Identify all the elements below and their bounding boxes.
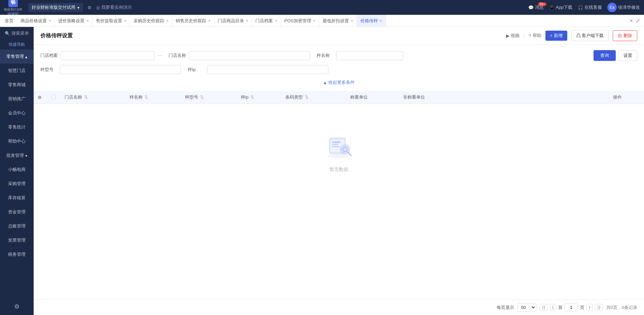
sidebar-item-small-ecomm[interactable]: 小畅电商 (0, 163, 34, 177)
tab-store-archive[interactable]: 门店档案 × (252, 15, 281, 27)
data-table: ⚙ 门店名称 ⇅ 秤名称 ⇅ 秤型号 (34, 91, 644, 200)
tab-home[interactable]: 首页 (1, 15, 17, 27)
sort-scale-ip-icon[interactable]: ⇅ (250, 95, 254, 100)
message-icon: 💬 (528, 5, 534, 10)
sort-scale-model-icon[interactable]: ⇅ (200, 95, 204, 100)
sidebar-item-marketing[interactable]: 营销推广 (0, 92, 34, 106)
tab-label: 最低折扣设置 (323, 18, 349, 24)
sidebar-item-general-ledger[interactable]: 总账管理 (0, 219, 34, 233)
sidebar-item-label: 税务管理 (8, 251, 26, 257)
th-settings[interactable]: ⚙ (34, 91, 47, 104)
version-dropdown[interactable]: 好业财标准版交付试用 (28, 3, 83, 12)
store-name-input[interactable] (189, 51, 310, 60)
maximize-tab-icon[interactable]: ⤢ (636, 18, 640, 24)
sidebar-item-retail-stats[interactable]: 零售统计 (0, 120, 34, 134)
tab-min-discount[interactable]: 最低折扣设置 × (319, 15, 357, 27)
tab-goods-price[interactable]: 商品价格设置 × (17, 15, 55, 27)
delete-button[interactable]: 自 删除 (613, 30, 637, 41)
tab-selling-price[interactable]: 售价提取设置 × (93, 15, 130, 27)
tab-store-catalog[interactable]: 门店商品目录 × (214, 15, 252, 27)
sidebar-item-label: 帮助中心 (8, 138, 26, 144)
th-weight-unit: 称重单位 (346, 91, 399, 104)
tab-bar-right: × ⤢ (627, 18, 643, 24)
tab-label: 商品价格设置 (21, 18, 47, 24)
tab-purchase-history[interactable]: 采购历史价跟踪 × (130, 15, 172, 27)
demo-button[interactable]: ◎ 我要看实例演示 (96, 4, 132, 10)
tab-price-scale[interactable]: 价格传秤 × (357, 15, 386, 27)
sidebar-item-finance[interactable]: 资金管理 (0, 205, 34, 219)
tab-close-icon[interactable]: × (208, 19, 211, 23)
page-number-input[interactable] (565, 304, 578, 311)
sidebar-item-retail-mall[interactable]: 零售商城 (0, 78, 34, 92)
sidebar-item-label: 发票管理 (8, 237, 26, 243)
th-check[interactable] (47, 91, 61, 104)
sort-scale-name-icon[interactable]: ⇅ (144, 95, 148, 100)
settings-filter-button[interactable]: 设置 (618, 50, 637, 61)
sidebar-gear-icon[interactable]: ⚙ (0, 298, 34, 315)
page-label: 算 (558, 305, 563, 311)
tab-close-icon[interactable]: × (124, 19, 127, 23)
next-page-button[interactable]: ⟩ (586, 304, 593, 311)
sort-store-name-icon[interactable]: ⇅ (84, 95, 88, 100)
sidebar-search[interactable]: 🔍 搜索菜单 (0, 27, 34, 40)
scale-name-input[interactable] (336, 51, 403, 60)
dropdown-label: 好业财标准版交付试用 (32, 4, 75, 10)
headset-icon: 🎧 (578, 5, 583, 10)
download-client-button[interactable]: 凸 客户端下载 (571, 30, 609, 41)
tab-close-icon[interactable]: × (351, 19, 353, 23)
header-divider: | (524, 33, 525, 38)
sidebar-item-label: 小畅电商 (8, 167, 26, 173)
sidebar-item-wholesale-mgmt[interactable]: 批发管理 (0, 148, 34, 163)
user-action[interactable]: Ea 徐泽华修改 (607, 3, 640, 12)
tab-close-icon[interactable]: × (275, 19, 277, 23)
sidebar-item-inventory[interactable]: 库存核算 (0, 191, 34, 205)
sort-barcode-type-icon[interactable]: ⇅ (305, 95, 309, 100)
store-archive-input[interactable] (61, 51, 155, 60)
tab-purchase-strategy[interactable]: 进价策略设置 × (55, 15, 93, 27)
message-action[interactable]: 💬 消息 99+ (528, 4, 544, 10)
query-button[interactable]: 查询 (594, 50, 616, 61)
add-button[interactable]: + 新增 (545, 31, 567, 41)
store-archive-dots-btn[interactable]: ··· (157, 53, 162, 59)
sidebar-item-smart-store[interactable]: 智慧门店 (0, 64, 34, 78)
tab-close-icon[interactable]: × (49, 19, 51, 23)
scale-model-input[interactable] (60, 65, 181, 74)
scale-ip-input[interactable] (207, 65, 328, 74)
page-size-select[interactable]: 50 10 20 100 (517, 303, 536, 312)
last-page-button[interactable]: ⟩⟩ (595, 304, 603, 311)
svg-rect-5 (332, 146, 339, 147)
sidebar-nav-label[interactable]: 快捷导航 (0, 40, 34, 49)
help-link[interactable]: ? 帮助 (529, 33, 541, 39)
tab-close-icon[interactable]: × (380, 19, 382, 23)
online-service-action[interactable]: 🎧 在线客服 (578, 4, 602, 10)
app-download-action[interactable]: 📱 App下载 (549, 4, 572, 10)
tab-close-icon[interactable]: × (313, 19, 316, 23)
tab-pos-mgmt[interactable]: POS加密管理 × (281, 15, 319, 27)
store-name-label: 门店名称 (169, 53, 186, 59)
tab-label: 销售历史价跟踪 (176, 18, 206, 24)
content-area: 价格传秤设置 ▶ 视频 | ? 帮助 + 新增 凸 客户端下载 自 (34, 27, 644, 315)
tab-close-icon[interactable]: × (246, 19, 248, 23)
tab-sales-history[interactable]: 销售历史价跟踪 × (172, 15, 214, 27)
sidebar-item-tax[interactable]: 税务管理 (0, 247, 34, 261)
sidebar-item-help-center[interactable]: 帮助中心 (0, 134, 34, 148)
sidebar-item-invoice[interactable]: 发票管理 (0, 233, 34, 247)
prev-page-button[interactable]: ⟨ (550, 304, 556, 311)
sidebar-item-label: 营销推广 (8, 96, 26, 102)
sidebar-item-purchase-mgmt[interactable]: 采购管理 (0, 177, 34, 191)
tab-close-icon[interactable]: × (86, 19, 89, 23)
tab-close-icon[interactable]: × (166, 19, 169, 23)
close-tab-icon[interactable]: × (630, 18, 633, 24)
video-link[interactable]: ▶ 视频 (506, 33, 520, 39)
first-page-button[interactable]: ⟨⟨ (540, 304, 548, 311)
settings-icon[interactable]: ⚙ (86, 4, 93, 11)
question-icon: ? (529, 33, 531, 38)
sidebar-item-retail-mgmt[interactable]: 零售管理 (0, 49, 34, 64)
tab-label: 采购历史价跟踪 (134, 18, 164, 24)
sidebar-item-member[interactable]: 会员中心 (0, 106, 34, 120)
select-all-checkbox[interactable] (51, 95, 56, 99)
collapse-button[interactable]: ▲ 收起更多条件 (323, 79, 355, 85)
chevron-up-icon (25, 54, 27, 59)
tab-label: 门店商品目录 (218, 18, 244, 24)
th-scale-name: 秤名称 ⇅ (126, 91, 181, 104)
